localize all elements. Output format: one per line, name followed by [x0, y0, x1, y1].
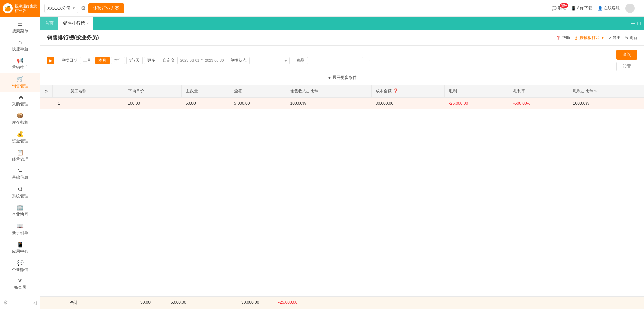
sidebar-logo: 🍊 畅康通好生意 标准版 — [0, 0, 40, 17]
sidebar-item-system[interactable]: ⚙ 系统管理 — [0, 183, 40, 202]
footer-label: 合计 — [70, 300, 110, 306]
wechat-icon: 💬 — [17, 260, 24, 266]
expand-more-button[interactable]: ▼ 展开更多条件 — [328, 75, 357, 81]
help-button[interactable]: ❓ 帮助 — [556, 35, 570, 41]
search-menu-icon: ☰ — [18, 21, 23, 27]
topbar-message[interactable]: 💬 消息 99+ — [552, 5, 566, 11]
cost-help-icon[interactable]: ❓ — [393, 88, 398, 93]
tab-close-icon[interactable]: × — [87, 21, 89, 25]
col-gross-rate: 毛利率 — [509, 85, 569, 98]
page-header: 销售排行榜(按业务员) ❓ 帮助 🖨 按模板打印 ▼ ↗ 导出 ↻ 刷新 — [40, 30, 644, 46]
tab-home[interactable]: 首页 — [40, 17, 58, 30]
footer-gross: -25,000.00 — [278, 300, 315, 306]
col-gross: 毛利 — [445, 85, 509, 98]
home-icon: ⌂ — [18, 39, 22, 45]
filter-expand-button[interactable]: ▶ — [47, 57, 54, 64]
date-btn-more[interactable]: 更多 — [144, 57, 158, 64]
date-btn-last-month[interactable]: 上月 — [80, 57, 94, 64]
row-sales-ratio-cell: 100.00% — [286, 98, 372, 109]
sidebar-settings-icon[interactable]: ⚙ — [3, 299, 8, 306]
sales-icon: 🛒 — [17, 76, 24, 82]
topbar-right: 💬 消息 99+ 📱 App下载 👤 在线客服 — [552, 4, 640, 13]
filter-actions: 查询 设置 — [616, 50, 637, 71]
sidebar-item-operations[interactable]: 📋 经营管理 — [0, 147, 40, 165]
company-selector[interactable]: XXXXX公司 ▼ — [44, 4, 78, 13]
sidebar-item-enterprise[interactable]: 🏢 企业协同 — [0, 202, 40, 220]
goods-input[interactable] — [307, 57, 363, 64]
tab-sales-rank[interactable]: 销售排行榜 × — [58, 17, 93, 30]
sidebar-item-appcenter[interactable]: 📱 应用中心 — [0, 239, 40, 257]
col-cost: 成本全额 ❓ — [372, 85, 445, 98]
query-button[interactable]: 查询 — [616, 50, 637, 60]
refresh-button[interactable]: ↻ 刷新 — [625, 35, 637, 41]
row-avg-price-cell: 100.00 — [124, 98, 181, 109]
sidebar-item-inventory[interactable]: 📦 库存核算 — [0, 110, 40, 128]
dropdown-icon: ▼ — [72, 6, 75, 10]
sidebar-item-marketing[interactable]: 📢 营销推广 — [0, 55, 40, 73]
message-icon: 💬 — [552, 6, 557, 11]
operations-icon: 📋 — [17, 149, 24, 156]
col-quantity: 主数量 — [182, 85, 230, 98]
page-title: 销售排行榜(按业务员) — [47, 34, 99, 45]
sidebar-item-purchase[interactable]: 🛍 采购管理 — [0, 92, 40, 110]
refresh-icon: ↻ — [625, 36, 628, 40]
trial-button[interactable]: 体验行业方案 — [88, 3, 124, 13]
content-area: 销售排行榜(按业务员) ❓ 帮助 🖨 按模板打印 ▼ ↗ 导出 ↻ 刷新 — [40, 30, 644, 309]
sidebar-item-sales[interactable]: 🛒 销售管理 — [0, 73, 40, 92]
sidebar-item-wechat[interactable]: 💬 企业微信 — [0, 257, 40, 275]
topbar-online-service[interactable]: 👤 在线客服 — [598, 5, 620, 11]
date-btn-7days[interactable]: 近7天 — [126, 57, 143, 64]
service-icon: 👤 — [598, 6, 603, 11]
status-label: 单据状态 — [230, 58, 247, 63]
topbar-app-download[interactable]: 📱 App下载 — [571, 5, 592, 11]
date-btn-this-month[interactable]: 本月 — [95, 57, 110, 64]
sidebar-item-guide[interactable]: 📖 新手引导 — [0, 220, 40, 239]
sidebar-item-search[interactable]: ☰ 搜索菜单 — [0, 18, 40, 37]
sidebar-item-finance[interactable]: 💰 资金管理 — [0, 128, 40, 147]
table-row: 1 100.00 50.00 5,000.00 — [40, 98, 644, 109]
row-settings-cell — [40, 98, 52, 109]
enterprise-icon: 🏢 — [17, 204, 24, 211]
date-buttons: 上月 本月 本年 近7天 更多 自定义 — [80, 57, 178, 64]
column-settings-icon[interactable]: ⚙ — [44, 89, 48, 94]
main-area: XXXXX公司 ▼ ⚙ 体验行业方案 💬 消息 99+ 📱 App下载 👤 在线… — [40, 0, 644, 309]
export-button[interactable]: ↗ 导出 — [608, 35, 621, 41]
date-btn-custom[interactable]: 自定义 — [160, 57, 178, 64]
topbar: XXXXX公司 ▼ ⚙ 体验行业方案 💬 消息 99+ 📱 App下载 👤 在线… — [40, 0, 644, 17]
filter-goods-group: 商品 ··· — [296, 57, 370, 64]
row-cost-cell: 30,000.00 — [372, 98, 445, 109]
tab-minimize-icon[interactable]: ─ — [631, 20, 635, 27]
col-amount: 全额 — [230, 85, 286, 98]
sort-icon[interactable]: ⇅ — [594, 89, 597, 93]
tabbar-controls: ─ □ — [628, 20, 644, 27]
app-icon: 📱 — [571, 6, 576, 11]
sidebar-item-quicknav[interactable]: ⌂ 快捷导航 — [0, 37, 40, 55]
status-select[interactable] — [249, 57, 290, 64]
filter-status-group: 单据状态 — [230, 57, 290, 64]
template-print-button[interactable]: 🖨 按模板打印 ▼ — [574, 35, 604, 41]
message-badge: 99+ — [560, 3, 568, 8]
guide-icon: 📖 — [17, 223, 24, 229]
sidebar-item-basicinfo[interactable]: 🗂 基础信息 — [0, 165, 40, 183]
table-footer: 合计 50.00 5,000.00 30,000.00 -25,000.00 — [40, 296, 644, 309]
print-icon: 🖨 — [574, 36, 578, 40]
filter-settings-button[interactable]: 设置 — [616, 62, 637, 71]
basicinfo-icon: 🗂 — [17, 168, 23, 174]
row-quantity-cell: 50.00 — [182, 98, 230, 109]
marketing-icon: 📢 — [17, 57, 24, 64]
tab-maximize-icon[interactable]: □ — [637, 20, 641, 27]
sidebar-collapse-icon[interactable]: ◁ — [33, 300, 37, 305]
filter-area: ▶ 单据日期 上月 本月 本年 近7天 更多 自定义 2023-06-01 至 … — [40, 46, 644, 85]
logo-icon: 🍊 — [3, 3, 13, 13]
date-label: 单据日期 — [61, 58, 77, 63]
company-name: XXXXX公司 — [47, 5, 71, 11]
table-container: ⚙ 员工名称 平均单价 主数量 全额 — [40, 85, 644, 296]
sidebar-item-member[interactable]: V 畅会员 — [0, 275, 40, 293]
date-btn-this-year[interactable]: 本年 — [111, 57, 125, 64]
col-sales-ratio: 销售收入占比% — [286, 85, 372, 98]
user-avatar[interactable] — [625, 4, 635, 13]
goods-more-icon[interactable]: ··· — [366, 58, 370, 63]
tabbar: 首页 销售排行榜 × ─ □ — [40, 17, 644, 30]
col-employee: 员工名称 — [66, 85, 124, 98]
topbar-gear-icon[interactable]: ⚙ — [81, 5, 86, 11]
